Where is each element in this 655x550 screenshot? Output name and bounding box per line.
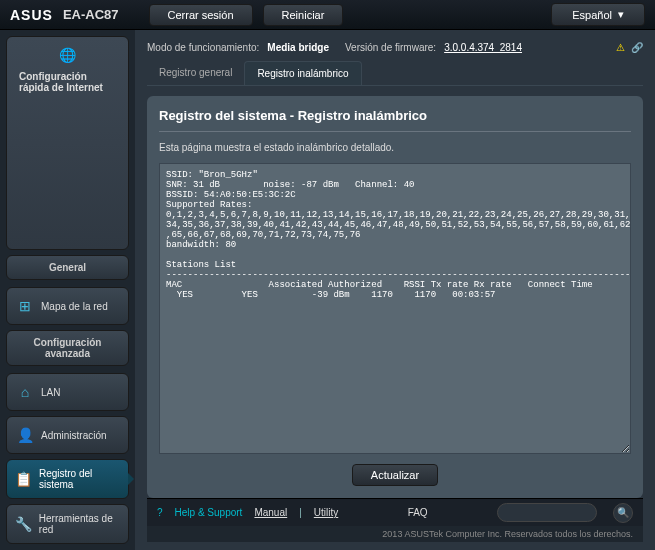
info-bar: Modo de funcionamiento: Media bridge Ver… [147, 38, 643, 57]
language-selector[interactable]: Español ▾ [551, 3, 645, 26]
chevron-down-icon: ▾ [618, 8, 624, 21]
user-icon: 👤 [15, 425, 35, 445]
sidebar-item-network-map[interactable]: ⊞ Mapa de la red [6, 287, 129, 325]
panel-description: Esta página muestra el estado inalámbric… [159, 142, 631, 153]
mode-label: Modo de funcionamiento: [147, 42, 259, 53]
panel-title: Registro del sistema - Registro inalámbr… [159, 108, 631, 132]
sidebar-label: Herramientas de red [39, 513, 120, 535]
mode-value: Media bridge [267, 42, 329, 53]
tab-general-log[interactable]: Registro general [147, 61, 244, 85]
sidebar-item-lan[interactable]: ⌂ LAN [6, 373, 129, 411]
manual-link[interactable]: Manual [254, 507, 287, 518]
utility-link[interactable]: Utility [314, 507, 338, 518]
tab-wireless-log[interactable]: Registro inalámbrico [244, 61, 361, 85]
sidebar-label: Configuración rápida de Internet [19, 71, 116, 93]
sidebar-quick-setup[interactable]: 🌐 Configuración rápida de Internet [6, 36, 129, 250]
search-button[interactable]: 🔍 [613, 503, 633, 523]
status-icons: ⚠ 🔗 [616, 42, 643, 53]
sidebar-header-advanced: Configuración avanzada [6, 330, 129, 366]
warning-icon[interactable]: ⚠ [616, 42, 625, 53]
sidebar-label: Mapa de la red [41, 301, 108, 312]
faq-link[interactable]: FAQ [408, 507, 428, 518]
footer: ? Help & Support Manual | Utility FAQ 🔍 [147, 498, 643, 526]
update-button[interactable]: Actualizar [352, 464, 438, 486]
model-name: EA-AC87 [63, 7, 119, 22]
sidebar-label: LAN [41, 387, 60, 398]
sidebar-label: Registro del sistema [39, 468, 120, 490]
top-buttons: Cerrar sesión Reiniciar [149, 4, 344, 26]
reboot-button[interactable]: Reiniciar [263, 4, 344, 26]
button-row: Actualizar [159, 454, 631, 486]
log-icon: 📋 [15, 469, 33, 489]
fw-label: Versión de firmware: [345, 42, 436, 53]
tabs: Registro general Registro inalámbrico [147, 61, 643, 86]
tools-icon: 🔧 [15, 514, 33, 534]
sidebar-item-system-log[interactable]: 📋 Registro del sistema [6, 459, 129, 499]
search-input[interactable] [497, 503, 597, 522]
brand-logo: ASUS [10, 7, 53, 23]
search-icon: 🔍 [617, 507, 629, 518]
main-container: 🌐 Configuración rápida de Internet Gener… [0, 30, 655, 550]
sidebar-item-network-tools[interactable]: 🔧 Herramientas de red [6, 504, 129, 544]
help-icon: ? [157, 507, 163, 518]
sidebar-label: Administración [41, 430, 107, 441]
sidebar-header-general: General [6, 255, 129, 280]
help-label[interactable]: Help & Support [175, 507, 243, 518]
globe-icon: 🌐 [58, 45, 78, 65]
sidebar: 🌐 Configuración rápida de Internet Gener… [0, 30, 135, 550]
sidebar-item-admin[interactable]: 👤 Administración [6, 416, 129, 454]
copyright: 2013 ASUSTek Computer Inc. Reservados to… [147, 526, 643, 542]
link-icon[interactable]: 🔗 [631, 42, 643, 53]
top-bar: ASUS EA-AC87 Cerrar sesión Reiniciar Esp… [0, 0, 655, 30]
home-icon: ⌂ [15, 382, 35, 402]
language-label: Español [572, 9, 612, 21]
main-content: Modo de funcionamiento: Media bridge Ver… [135, 30, 655, 550]
network-icon: ⊞ [15, 296, 35, 316]
content-panel: Registro del sistema - Registro inalámbr… [147, 96, 643, 498]
logout-button[interactable]: Cerrar sesión [149, 4, 253, 26]
wireless-log-textarea[interactable]: SSID: "Bron_5GHz" SNR: 31 dB noise: -87 … [159, 163, 631, 454]
fw-version-link[interactable]: 3.0.0.4.374_2814 [444, 42, 522, 53]
